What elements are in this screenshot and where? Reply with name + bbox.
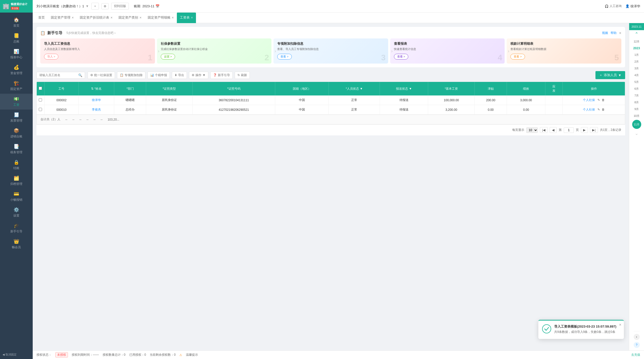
month-item-8[interactable]: 8月 bbox=[629, 99, 644, 106]
step-3-btn[interactable]: 查看 > bbox=[277, 54, 292, 60]
prev-year-icon[interactable]: ⌃ bbox=[635, 30, 638, 38]
social-insurance-link[interactable]: 个人社保 bbox=[583, 108, 595, 111]
add-person-button[interactable]: ＋ 添加人员 ▼ bbox=[595, 71, 625, 79]
th-apply: 应发 bbox=[545, 82, 562, 95]
sidebar-item-expense[interactable]: 💳 小畅报销 bbox=[0, 189, 33, 204]
old-version-button[interactable]: 切到旧版 bbox=[111, 3, 129, 10]
month-item-12[interactable]: 12月 bbox=[629, 38, 644, 45]
sidebar-item-label: 首页 bbox=[13, 24, 19, 28]
settings-button[interactable]: ⚙ bbox=[101, 3, 109, 9]
tab-home[interactable]: 首页 bbox=[35, 13, 48, 23]
employee-name-link[interactable]: 徐泽华 bbox=[92, 98, 101, 102]
month-item-6[interactable]: 6月 bbox=[629, 85, 644, 92]
sidebar-item-report[interactable]: 📊 报表中心 bbox=[0, 46, 33, 62]
first-page-button[interactable]: |◀ bbox=[540, 127, 548, 133]
edit-icon[interactable]: ✎ bbox=[597, 98, 600, 102]
social-insurance-link[interactable]: 个人社保 bbox=[583, 98, 595, 102]
filter-icon[interactable]: ▼ bbox=[360, 87, 363, 90]
employee-name-link[interactable]: 李俊杰 bbox=[92, 108, 101, 111]
export-button[interactable]: ⬇ 导出 bbox=[172, 72, 187, 79]
step-2-btn[interactable]: 设置 > bbox=[161, 54, 175, 60]
td-status: 正常 bbox=[329, 105, 380, 115]
month-item-7[interactable]: 7月 bbox=[629, 92, 644, 99]
operation-button[interactable]: ⚙ 操作 ▼ bbox=[189, 72, 208, 79]
last-page-button[interactable]: ▶| bbox=[590, 127, 598, 133]
sidebar-item-tax[interactable]: 📑 税务管理 bbox=[0, 141, 33, 157]
tab-detail[interactable]: 固定资产明细账 × bbox=[145, 13, 177, 23]
sidebar-item-ledger[interactable]: 📒 总账 bbox=[0, 30, 33, 46]
expand-icon[interactable]: ‹ bbox=[634, 334, 640, 340]
page-input[interactable] bbox=[564, 127, 574, 133]
video-link[interactable]: 视频 bbox=[602, 31, 608, 35]
next-year-icon[interactable]: ⌄ bbox=[635, 129, 638, 137]
salary-table: 工号 ⇅ *姓名 *部门 *证照类型 *证照号码 国籍（地区） *人员状态 ▼ … bbox=[37, 82, 625, 115]
month-item-1[interactable]: 1月 bbox=[629, 52, 644, 58]
row-checkbox[interactable] bbox=[39, 98, 42, 101]
sidebar-item-fixed[interactable]: 🏗️ 固定资产 bbox=[0, 78, 33, 94]
td-checkbox bbox=[37, 105, 44, 115]
tab-salary-table[interactable]: 工资表 × bbox=[177, 13, 196, 23]
month-item-11-current[interactable]: 11月 bbox=[632, 120, 641, 129]
guide-button[interactable]: ❓ 新手引导 bbox=[210, 72, 233, 79]
account-selector[interactable]: 刘小艳演示账套（勿删勿动！）1 ▼ bbox=[36, 4, 89, 9]
sidebar-item-member[interactable]: 👑 畅会员 bbox=[0, 236, 33, 252]
tab-depreciation[interactable]: 固定资产折旧统计表 × bbox=[77, 13, 115, 23]
footer-dash-2: -- bbox=[72, 118, 74, 121]
tab-close-icon[interactable]: × bbox=[110, 16, 112, 20]
user-menu[interactable]: 👤 徐泽华 bbox=[625, 4, 640, 9]
step-1-btn[interactable]: 导入 > bbox=[44, 54, 58, 60]
next-page-button[interactable]: ▶ bbox=[581, 127, 588, 133]
sidebar-item-fund[interactable]: 💰 资金管理 bbox=[0, 62, 33, 78]
select-all-checkbox[interactable] bbox=[39, 87, 42, 90]
sidebar-item-settings[interactable]: ⚙️ 设置 bbox=[0, 204, 33, 220]
table-row: 000010 李俊杰 总经办 居民身份证 412702198206290521 … bbox=[37, 105, 625, 115]
tab-category[interactable]: 固定资产类别 × bbox=[115, 13, 144, 23]
delete-icon[interactable]: 🗑 bbox=[602, 108, 605, 111]
sidebar-item-archive[interactable]: 🗂️ 归档管理 bbox=[0, 173, 33, 189]
tab-fixed-assets[interactable]: 固定资产管理 × bbox=[48, 13, 77, 23]
month-item-9[interactable]: 9月 bbox=[629, 106, 644, 113]
help-link[interactable]: 帮助 bbox=[611, 31, 617, 35]
guide-close-icon[interactable]: × bbox=[619, 31, 621, 35]
tab-close-icon[interactable]: × bbox=[139, 16, 141, 20]
step-4-btn[interactable]: 查看 > bbox=[394, 54, 408, 60]
tax-filing-button[interactable]: 📊 个税申报 bbox=[147, 72, 170, 79]
search-input[interactable] bbox=[39, 73, 77, 77]
toast-success-icon bbox=[542, 324, 551, 335]
sidebar-item-guide[interactable]: 🎓 新手引导 bbox=[0, 220, 33, 236]
info-icon[interactable]: ? bbox=[634, 342, 640, 348]
filter-icon[interactable]: ▼ bbox=[409, 87, 412, 90]
sidebar-pin-toggle[interactable]: ◀ 取消固定 bbox=[0, 350, 33, 359]
sidebar-item-close[interactable]: 🔒 结账 bbox=[0, 157, 33, 173]
month-item-3[interactable]: 3月 bbox=[629, 65, 644, 72]
refresh-button[interactable]: ↻ 刷新 bbox=[235, 72, 250, 79]
step-2-arrow-icon: › bbox=[274, 48, 276, 54]
step-5-btn[interactable]: 查看 > bbox=[510, 54, 525, 60]
social-insurance-button[interactable]: ⚙ 统一社保设置 bbox=[88, 72, 115, 79]
month-item-10[interactable]: 10月 bbox=[629, 113, 644, 119]
calendar-icon[interactable]: 📅 bbox=[155, 4, 159, 8]
add-account-button[interactable]: ＋ bbox=[91, 3, 99, 10]
sidebar-item-salary[interactable]: 💵 工资 bbox=[0, 94, 33, 110]
tab-close-icon[interactable]: × bbox=[191, 16, 193, 20]
export-icon: ⬇ bbox=[175, 73, 177, 77]
sidebar-item-home[interactable]: 🏠 首页 bbox=[0, 15, 33, 30]
salary-icon: 💵 bbox=[14, 96, 19, 102]
sidebar-item-stock[interactable]: 📦 进销台账 bbox=[0, 125, 33, 141]
upgrade-link[interactable]: 去充值 bbox=[631, 353, 640, 357]
tab-close-icon[interactable]: × bbox=[172, 16, 174, 20]
row-checkbox[interactable] bbox=[39, 108, 42, 111]
special-deduction-button[interactable]: 📋 专项附加扣除 bbox=[117, 72, 145, 79]
month-item-2[interactable]: 2月 bbox=[629, 58, 644, 65]
month-item-4[interactable]: 4月 bbox=[629, 72, 644, 79]
delete-icon[interactable]: 🗑 bbox=[602, 98, 605, 102]
toast-close-button[interactable]: × bbox=[619, 323, 621, 327]
sidebar-item-invoice[interactable]: 🧾 发票管理 bbox=[0, 110, 33, 125]
plus-icon: ＋ bbox=[94, 4, 97, 8]
prev-page-button[interactable]: ◀ bbox=[550, 127, 557, 133]
edit-icon[interactable]: ✎ bbox=[597, 108, 600, 111]
per-page-select[interactable]: 10 20 50 bbox=[526, 127, 538, 133]
tab-close-icon[interactable]: × bbox=[72, 16, 74, 20]
month-item-5[interactable]: 5月 bbox=[629, 79, 644, 85]
ai-service-button[interactable]: 🎧 人工咨询 bbox=[605, 4, 622, 8]
